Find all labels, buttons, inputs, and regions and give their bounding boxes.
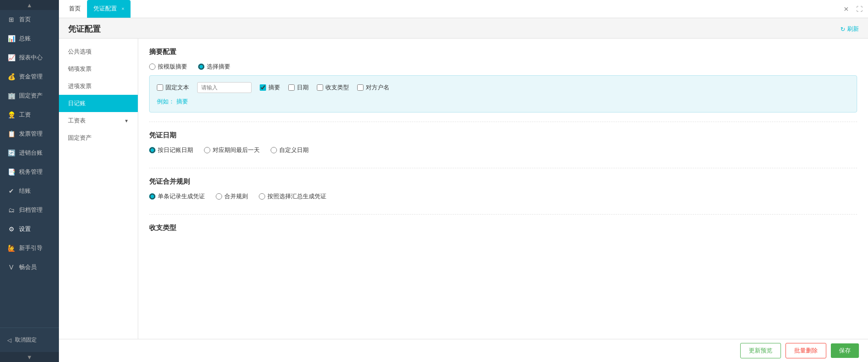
- sidebar-item-report[interactable]: 📈 报表中心: [0, 48, 59, 67]
- page-header: 凭证配置 ↻ 刷新: [59, 18, 868, 39]
- content-area: 凭证配置 ↻ 刷新 公共选项销项发票进项发票日记账工资表▼固定资产 摘要配置: [59, 18, 868, 362]
- sidebar-icon-settings: ⚙: [7, 225, 15, 233]
- unpin-label: 取消固定: [15, 336, 37, 344]
- sidebar-item-purchase[interactable]: 🔄 进销台账: [0, 143, 59, 162]
- sidebar-label-tax: 税务管理: [19, 168, 43, 176]
- left-nav-item-payroll[interactable]: 工资表▼: [59, 112, 138, 129]
- sidebar-icon-fund: 💰: [7, 73, 15, 80]
- tab-close-voucher-config[interactable]: ×: [121, 6, 124, 11]
- option-income-type[interactable]: 收支类型: [317, 83, 349, 92]
- summary-options: 固定文本 摘要 日期: [157, 82, 849, 93]
- sidebar-label-settle: 结账: [19, 187, 31, 195]
- merge-mode-rules-radio[interactable]: [216, 193, 222, 200]
- option-fixed-text[interactable]: 固定文本: [157, 83, 189, 92]
- left-nav: 公共选项销项发票进项发票日记账工资表▼固定资产: [59, 39, 138, 339]
- merge-mode-single-label: 单条记录生成凭证: [158, 192, 205, 201]
- sidebar-item-settings[interactable]: ⚙ 设置: [0, 220, 59, 239]
- option-summary[interactable]: 摘要: [260, 83, 280, 92]
- batch-delete-btn[interactable]: 批量删除: [786, 343, 826, 358]
- left-nav-item-fixed-assets[interactable]: 固定资产: [59, 129, 138, 147]
- summary-mode-select-radio[interactable]: [198, 64, 204, 70]
- left-nav-item-public[interactable]: 公共选项: [59, 43, 138, 60]
- sidebar-scroll-down[interactable]: ▼: [0, 352, 59, 362]
- tab-bar: 首页凭证配置× ✕ ⛶: [59, 0, 868, 18]
- sidebar-icon-tax: 📑: [7, 168, 15, 176]
- body-layout: 公共选项销项发票进项发票日记账工资表▼固定资产 摘要配置 按模版摘要 选择摘要: [59, 39, 868, 339]
- option-counterpart[interactable]: 对方户名: [357, 83, 389, 92]
- summary-mode-template[interactable]: 按模版摘要: [149, 63, 187, 71]
- tab-home[interactable]: 首页: [63, 0, 87, 18]
- sidebar-icon-home: ⊞: [7, 16, 15, 23]
- merge-mode-select[interactable]: 按照选择汇总生成凭证: [259, 192, 326, 201]
- tab-voucher-config[interactable]: 凭证配置×: [87, 0, 131, 18]
- sidebar-item-settle[interactable]: ✔ 结账: [0, 181, 59, 201]
- refresh-button[interactable]: ↻ 刷新: [840, 25, 859, 33]
- summary-section: 摘要配置 按模版摘要 选择摘要: [149, 48, 857, 122]
- fixed-text-input[interactable]: [197, 82, 252, 93]
- sidebar-icon-invoice: 📋: [7, 130, 15, 137]
- left-nav-item-sales-invoice[interactable]: 销项发票: [59, 60, 138, 78]
- sidebar-scroll-up[interactable]: ▲: [0, 0, 59, 10]
- sidebar-item-invoice[interactable]: 📋 发票管理: [0, 124, 59, 143]
- page-title: 凭证配置: [68, 24, 101, 34]
- date-mode-journal-radio[interactable]: [149, 147, 155, 153]
- sidebar-icon-asset: 🏢: [7, 92, 15, 99]
- sidebar-icon-report: 📈: [7, 54, 15, 61]
- merge-mode-single[interactable]: 单条记录生成凭证: [149, 192, 205, 201]
- option-summary-checkbox[interactable]: [260, 84, 266, 91]
- tab-bar-actions: ✕ ⛶: [842, 5, 864, 14]
- option-fixed-text-label: 固定文本: [165, 83, 189, 92]
- option-counterpart-checkbox[interactable]: [357, 84, 364, 91]
- close-window-btn[interactable]: ✕: [842, 5, 851, 14]
- sidebar-item-salary[interactable]: 👷 工资: [0, 105, 59, 124]
- tab-label-home: 首页: [69, 5, 81, 13]
- summary-mode-select[interactable]: 选择摘要: [198, 63, 230, 71]
- refresh-icon: ↻: [840, 26, 845, 33]
- sidebar-item-asset[interactable]: 🏢 固定资产: [0, 86, 59, 105]
- sidebar-label-home: 首页: [19, 15, 31, 24]
- merge-mode-select-radio[interactable]: [259, 193, 265, 200]
- merge-mode-rules[interactable]: 合并规则: [216, 192, 248, 201]
- sidebar-label-guide: 新手引导: [19, 244, 43, 252]
- sidebar-label-settings: 设置: [19, 225, 31, 233]
- date-mode-custom[interactable]: 自定义日期: [271, 146, 309, 154]
- summary-mode-group: 按模版摘要 选择摘要: [149, 63, 857, 71]
- main-area: 首页凭证配置× ✕ ⛶ 凭证配置 ↻ 刷新 公共选项销项发票进项发票日记账工资表…: [59, 0, 868, 362]
- option-fixed-text-checkbox[interactable]: [157, 84, 163, 91]
- sidebar-item-fund[interactable]: 💰 资金管理: [0, 67, 59, 86]
- left-nav-label-sales-invoice: 销项发票: [68, 65, 92, 73]
- left-nav-item-journal[interactable]: 日记账: [59, 95, 138, 112]
- sidebar-label-archive: 归档管理: [19, 206, 43, 214]
- sidebar-icon-salary: 👷: [7, 111, 15, 118]
- save-btn[interactable]: 保存: [831, 343, 859, 358]
- sidebar: ▲ ⊞ 首页 📊 总账 📈 报表中心 💰 资金管理 🏢 固定资产 👷 工资 📋 …: [0, 0, 59, 362]
- date-mode-last-day[interactable]: 对应期间最后一天: [204, 146, 260, 154]
- option-date-checkbox[interactable]: [288, 84, 295, 91]
- left-nav-label-public: 公共选项: [68, 48, 92, 56]
- sidebar-item-member[interactable]: V 畅会员: [0, 258, 59, 277]
- date-mode-last-day-radio[interactable]: [204, 147, 210, 153]
- sidebar-unpin-btn[interactable]: ◁ 取消固定: [0, 332, 59, 348]
- summary-mode-template-label: 按模版摘要: [158, 63, 187, 71]
- expand-window-btn[interactable]: ⛶: [854, 5, 864, 14]
- option-date[interactable]: 日期: [288, 83, 309, 92]
- option-income-type-label: 收支类型: [325, 83, 349, 92]
- pin-icon: ◁: [7, 337, 11, 343]
- update-preview-btn[interactable]: 更新预览: [740, 343, 781, 358]
- sidebar-label-purchase: 进销台账: [19, 149, 43, 157]
- sidebar-item-guide[interactable]: 🙋 新手引导: [0, 239, 59, 258]
- left-nav-item-purchase-invoice[interactable]: 进项发票: [59, 78, 138, 95]
- option-income-type-checkbox[interactable]: [317, 84, 323, 91]
- summary-mode-select-label: 选择摘要: [207, 63, 230, 71]
- sidebar-label-fund: 资金管理: [19, 73, 43, 81]
- merge-mode-single-radio[interactable]: [149, 193, 155, 200]
- date-mode-custom-radio[interactable]: [271, 147, 277, 153]
- sidebar-icon-purchase: 🔄: [7, 149, 15, 157]
- sidebar-item-ledger[interactable]: 📊 总账: [0, 29, 59, 48]
- left-nav-arrow-payroll: ▼: [124, 118, 129, 123]
- sidebar-item-home[interactable]: ⊞ 首页: [0, 10, 59, 29]
- sidebar-item-archive[interactable]: 🗂 归档管理: [0, 201, 59, 220]
- sidebar-item-tax[interactable]: 📑 税务管理: [0, 162, 59, 181]
- summary-mode-template-radio[interactable]: [149, 64, 155, 70]
- date-mode-journal[interactable]: 按日记账日期: [149, 146, 193, 154]
